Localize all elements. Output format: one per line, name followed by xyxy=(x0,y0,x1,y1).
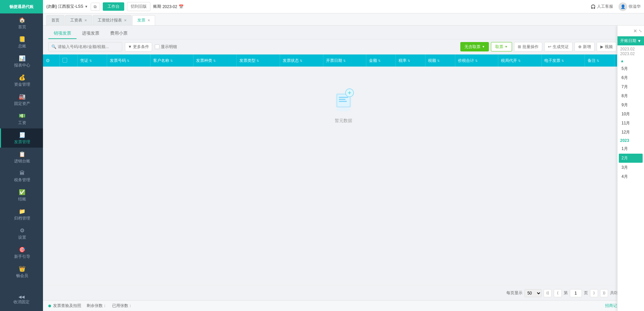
sidebar-item-资金管理[interactable]: 💰资金管理 xyxy=(0,71,43,90)
company-selector[interactable]: (勿删) 江西股宝-LSS ▼ xyxy=(46,4,88,9)
show-detail-checkbox[interactable] xyxy=(155,44,159,49)
video-button[interactable]: ▶ 视频 xyxy=(597,42,616,51)
col-total[interactable]: 价税合计⇅ xyxy=(455,54,498,67)
avatar-icon: 👤 xyxy=(620,4,626,9)
date-item-2022.10[interactable]: 10月 xyxy=(617,110,644,119)
date-item-2023.01[interactable]: 1月 xyxy=(617,144,644,153)
date-panel-maximize-icon[interactable]: ⤡ xyxy=(639,29,642,33)
date-item-2022.08[interactable]: 8月 xyxy=(617,91,644,101)
sidebar-icon: 📊 xyxy=(19,55,26,62)
used-label: 已用张数： xyxy=(112,303,132,309)
tab-close-icon[interactable]: ✕ xyxy=(124,18,127,22)
search-box[interactable]: 🔍 xyxy=(48,42,122,51)
verify-dot xyxy=(48,305,51,307)
first-page-btn[interactable]: ⟨⟨ xyxy=(544,289,552,297)
sidebar-item-报表中心[interactable]: 📊报表中心 xyxy=(0,52,43,71)
filter-button[interactable]: ▼ 更多条件 xyxy=(125,42,152,51)
sidebar-item-进销台账[interactable]: 📋进销台账 xyxy=(0,148,43,167)
col-issue_date[interactable]: 开票日期⇅ xyxy=(323,54,366,67)
date-item-2022.09[interactable]: 9月 xyxy=(617,101,644,110)
tab-发票[interactable]: 发票✕ xyxy=(132,15,155,25)
date-panel-items: ▲5月6月7月8月9月10月11月12月20231月2月3月4月 xyxy=(617,57,644,311)
col-invoice_type[interactable]: 发票种类⇅ xyxy=(193,54,237,67)
search-input[interactable] xyxy=(58,44,118,49)
date-item-2022.11[interactable]: 11月 xyxy=(617,119,644,128)
col-remarks[interactable]: 备注⇅ xyxy=(585,54,614,67)
date-item-2023.02[interactable]: 2月 xyxy=(619,154,643,163)
used-area: 已用张数： xyxy=(112,303,132,309)
col-amount[interactable]: 金额⇅ xyxy=(366,54,396,67)
per-page-select[interactable]: 102050100 xyxy=(524,289,542,297)
date-item-2022.05[interactable]: 5月 xyxy=(617,64,644,73)
date-item-2022.06[interactable]: 6月 xyxy=(617,73,644,82)
sidebar-item-设置[interactable]: ⚙设置 xyxy=(0,224,43,243)
sidebar-item-发票管理[interactable]: 🧾发票管理 xyxy=(0,128,43,148)
batch-ops-button[interactable]: ⊞ 批量操作 xyxy=(514,42,542,51)
col-voucher[interactable]: 凭证⇅ xyxy=(77,54,107,67)
no-tax-button[interactable]: 无含取票 ▼ xyxy=(460,42,489,51)
date-item-2022.12[interactable]: 12月 xyxy=(617,128,644,137)
sub-tab-销项发票[interactable]: 销项发票 xyxy=(48,28,77,39)
new-button[interactable]: ⊕ 新增 xyxy=(574,42,595,51)
tab-工资表[interactable]: 工资表✕ xyxy=(65,15,92,25)
col-checkbox[interactable] xyxy=(60,54,78,67)
sidebar-item-固定资产[interactable]: 🏭固定资产 xyxy=(0,90,43,109)
tab-close-icon[interactable]: ✕ xyxy=(147,18,150,22)
sidebar-item-首页[interactable]: 🏠首页 xyxy=(0,13,43,33)
sub-tab-进项发票[interactable]: 进项发票 xyxy=(77,28,105,39)
date-panel-title[interactable]: 开账日期 ▼ xyxy=(617,36,644,45)
company-name: (勿删) 江西股宝-LSS xyxy=(46,4,83,9)
next-page-btn[interactable]: ⟩ xyxy=(590,289,598,297)
date-item-2023.03[interactable]: 3月 xyxy=(617,163,644,172)
show-detail-label: 显示明细 xyxy=(161,44,177,50)
sort-icon-total: ⇅ xyxy=(475,59,478,63)
sidebar-icon: 📁 xyxy=(19,208,26,215)
col-invoice_status[interactable]: 发票状态⇅ xyxy=(280,54,323,67)
date-panel-header: ✕ ⤡ xyxy=(617,26,644,36)
topbar: (勿删) 江西股宝-LSS ▼ ⧉ 工作台 切到旧版 账期 2023-02 📅 … xyxy=(43,0,644,13)
switch-version-button[interactable]: 切到旧版 xyxy=(127,2,150,11)
col-tax_bureau[interactable]: 税局代开⇅ xyxy=(498,54,542,67)
support-button[interactable]: 🎧 人工客服 xyxy=(591,4,613,9)
col-tax_amount[interactable]: 税额⇅ xyxy=(425,54,455,67)
tab-close-icon[interactable]: ✕ xyxy=(84,18,87,22)
user-profile[interactable]: 👤 徐溢华 xyxy=(618,2,641,11)
show-detail-checkbox-area[interactable]: 显示明细 xyxy=(155,44,177,50)
sidebar-item-新手引导[interactable]: 🎯新手引导 xyxy=(0,243,43,262)
col-invoice_no[interactable]: 发票号码⇅ xyxy=(107,54,150,67)
col-invoice_category[interactable]: 发票类型⇅ xyxy=(237,54,280,67)
col-customer[interactable]: 客户名称⇅ xyxy=(150,54,193,67)
page-input[interactable] xyxy=(570,289,582,297)
date-item-2022.07[interactable]: 7月 xyxy=(617,82,644,91)
sidebar-item-collapse[interactable]: ◀◀ 收消固定 xyxy=(0,292,43,308)
last-page-btn[interactable]: ⟩⟩ xyxy=(600,289,608,297)
sidebar-item-label: 归档管理 xyxy=(14,216,30,221)
sort-icon-customer: ⇅ xyxy=(170,59,173,63)
generate-voucher-button[interactable]: ↩ 生成凭证 xyxy=(544,42,572,51)
sidebar-item-畅会员[interactable]: 👑畅会员 xyxy=(0,262,43,281)
period-display: 账期 2023-02 📅 xyxy=(153,4,184,9)
footer: 发票查验及拍照 剩余张数： 已用张数： 招商记录去充值 xyxy=(43,300,644,311)
tab-首页[interactable]: 首页 xyxy=(46,15,64,25)
col-electronic[interactable]: 电子发票⇅ xyxy=(541,54,585,67)
date-panel-close-icon[interactable]: ✕ xyxy=(633,28,637,34)
col-tax_rate[interactable]: 税率⇅ xyxy=(396,54,425,67)
select-all-checkbox[interactable] xyxy=(62,58,67,63)
sub-tab-费用小票[interactable]: 费用小票 xyxy=(105,28,133,39)
take-ticket-button[interactable]: 取票 ▼ xyxy=(491,42,512,51)
sidebar-item-结账[interactable]: ✅结账 xyxy=(0,186,43,205)
col-settings[interactable]: ⚙ xyxy=(43,54,60,67)
prev-page-btn[interactable]: ⟨ xyxy=(554,289,562,297)
copy-button[interactable]: ⧉ xyxy=(91,3,100,11)
sidebar-item-label: 首页 xyxy=(18,24,26,30)
headset-icon: 🎧 xyxy=(591,4,596,9)
workbench-button[interactable]: 工作台 xyxy=(103,2,124,11)
tab-工资统计报表[interactable]: 工资统计报表✕ xyxy=(93,15,132,25)
sort-icon-invoice_type: ⇅ xyxy=(213,59,216,63)
date-item-2023.04[interactable]: 4月 xyxy=(617,172,644,181)
sidebar-item-税务管理[interactable]: 🏛税务管理 xyxy=(0,167,43,186)
sidebar-item-总账[interactable]: 📒总账 xyxy=(0,33,43,52)
settings-icon[interactable]: ⚙ xyxy=(46,58,50,63)
sidebar-item-工资[interactable]: 💵工资 xyxy=(0,109,43,128)
sidebar-item-归档管理[interactable]: 📁归档管理 xyxy=(0,205,43,224)
